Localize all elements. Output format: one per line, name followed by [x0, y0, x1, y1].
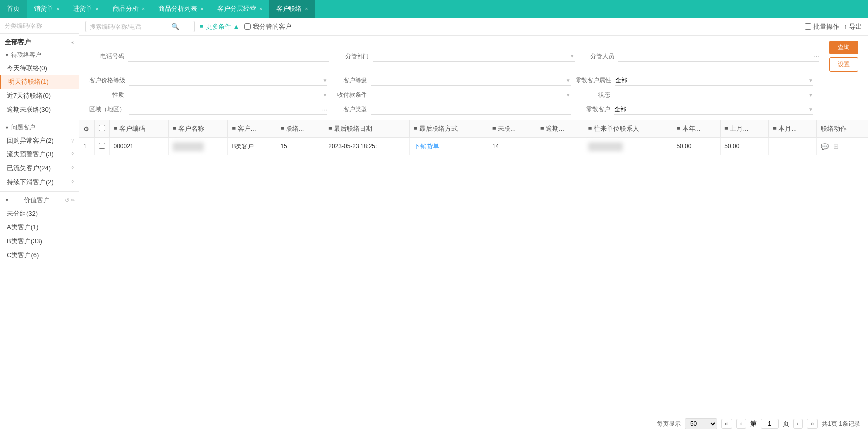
comment-icon[interactable]: 💬: [821, 143, 829, 150]
sidebar-item-overdue[interactable]: 逾期未联络(30): [0, 103, 79, 117]
filter-ctype-label: 客户类型: [332, 105, 367, 114]
cell-code: 000021: [109, 138, 168, 155]
settings-icon[interactable]: ⚙: [83, 125, 89, 133]
chevron-down-icon[interactable]: ▼: [322, 78, 327, 83]
filter-ctype-input[interactable]: [371, 104, 570, 115]
search-box: 🔍: [85, 21, 195, 32]
close-icon[interactable]: ×: [142, 6, 145, 12]
row-checkbox[interactable]: [99, 143, 105, 149]
last-method-link[interactable]: 下销货单: [414, 143, 439, 150]
filter-nature: 性质 ▼: [89, 90, 327, 100]
sidebar-item-7days[interactable]: 近7天待联络(0): [0, 89, 79, 103]
filter-level-label: 客户等级: [332, 76, 367, 85]
filter-retail2-input[interactable]: [614, 104, 808, 114]
prev-page-button[interactable]: ‹: [736, 419, 746, 429]
filter-dept-label: 分管部门: [334, 52, 369, 61]
chevron-down-icon[interactable]: ▼: [808, 107, 813, 112]
filter-region-input-wrap: ···: [129, 104, 327, 115]
filter-status-input[interactable]: [614, 90, 808, 100]
col-settings: ⚙: [79, 120, 94, 138]
sidebar-item-class-a[interactable]: A类客户(1): [0, 220, 79, 234]
export-button[interactable]: ↑ 导出: [844, 22, 863, 31]
my-customers-checkbox[interactable]: [244, 23, 251, 30]
advanced-filter-panel: 电话号码 分管部门 ▼ 分管人员 ···: [79, 36, 868, 120]
page-number-input[interactable]: [761, 419, 779, 429]
sidebar-item-tomorrow[interactable]: 明天待联络(1): [0, 75, 79, 89]
close-icon[interactable]: ×: [56, 6, 59, 12]
search-input[interactable]: [90, 23, 169, 30]
chevron-down-icon[interactable]: ▼: [322, 92, 327, 98]
filter-price-input[interactable]: [129, 75, 322, 85]
cell-overdue: [536, 138, 584, 155]
filter-nature-input[interactable]: [128, 90, 322, 100]
filter-retail-input[interactable]: [615, 75, 808, 85]
sidebar-item-churn-risk[interactable]: 流失预警客户(3) ?: [0, 147, 79, 161]
col-this-year: ≡ 本年...: [672, 120, 721, 138]
filter-manager: 分管人员 ···: [579, 51, 819, 62]
help-icon[interactable]: ?: [71, 138, 74, 144]
cell-contacts: 15: [276, 138, 324, 155]
close-icon[interactable]: ×: [200, 6, 203, 12]
close-icon[interactable]: ×: [259, 6, 262, 12]
sidebar-item-ungrouped[interactable]: 未分组(32): [0, 207, 79, 220]
filter-phone: 电话号码: [89, 51, 329, 62]
nav-sales-order[interactable]: 销货单 ×: [27, 0, 66, 18]
top-nav: 首页 销货单 × 进货单 × 商品分析 × 商品分析列表 × 客户分层经营 × …: [0, 0, 868, 18]
sidebar-item-class-b[interactable]: B类客户(33): [0, 234, 79, 248]
page-size-select[interactable]: 20 50 100: [685, 418, 717, 429]
filter-phone-input[interactable]: [128, 51, 329, 62]
filter-nature-label: 性质: [89, 91, 124, 99]
next-page-button[interactable]: ›: [793, 419, 803, 429]
chevron-down-icon[interactable]: ▼: [570, 53, 575, 59]
sidebar: 🔍 全部客户 « 待联络客户 今天待联络(0) 明天待联络(1) 近7天待联络(…: [0, 18, 79, 432]
filter-dept-input[interactable]: [373, 51, 569, 61]
query-button[interactable]: 查询: [829, 41, 858, 54]
chevron-down-icon[interactable]: ▼: [566, 78, 571, 83]
select-all-checkbox[interactable]: [99, 125, 105, 131]
help-icon[interactable]: ?: [71, 165, 74, 171]
more-options-icon[interactable]: ···: [814, 52, 819, 60]
sidebar-item-churned[interactable]: 已流失客户(24) ?: [0, 161, 79, 175]
nav-product-analysis-list[interactable]: 商品分析列表 ×: [151, 0, 210, 18]
nav-customer-contact[interactable]: 客户联络 ×: [269, 0, 315, 18]
settings-button[interactable]: 设置: [829, 57, 858, 72]
col-checkbox: [94, 120, 109, 138]
close-icon[interactable]: ×: [95, 6, 98, 12]
chevron-down-icon[interactable]: ▼: [808, 78, 813, 83]
filter-manager-input[interactable]: [618, 51, 812, 61]
batch-op-checkbox[interactable]: [805, 23, 811, 30]
chevron-down-icon[interactable]: ▼: [566, 92, 571, 98]
more-filter-button[interactable]: ≡ 更多条件 ▲: [200, 22, 239, 31]
table-header-row: ⚙ ≡ 客户编码 ≡ 客户名称 ≡ 客户...: [79, 120, 868, 138]
nav-purchase-order[interactable]: 进货单 ×: [66, 0, 105, 18]
more-options-icon[interactable]: ···: [322, 106, 327, 113]
help-icon[interactable]: ?: [71, 179, 74, 185]
sidebar-search-input[interactable]: [5, 22, 79, 29]
batch-op-button[interactable]: 批量操作: [805, 22, 839, 31]
last-page-button[interactable]: »: [807, 419, 818, 429]
search-button[interactable]: 🔍: [171, 23, 179, 30]
sidebar-item-class-c[interactable]: C类客户(6): [0, 248, 79, 262]
first-page-button[interactable]: «: [721, 419, 732, 429]
filter-level-input[interactable]: [371, 75, 565, 85]
help-icon[interactable]: ?: [71, 151, 74, 157]
filter-payment-input[interactable]: [371, 90, 565, 100]
filter-level-select-wrap: ▼: [371, 75, 570, 86]
table-container: ⚙ ≡ 客户编码 ≡ 客户名称 ≡ 客户...: [79, 120, 868, 415]
grid-icon[interactable]: ⊞: [833, 143, 839, 150]
filter-region-input[interactable]: [129, 104, 320, 114]
sidebar-item-declining[interactable]: 持续下滑客户(2) ?: [0, 175, 79, 189]
filter-row-1: 电话号码 分管部门 ▼ 分管人员 ···: [89, 41, 858, 72]
chevron-down-icon[interactable]: ▼: [808, 92, 813, 98]
col-unit-contact: ≡ 往来单位联系人: [584, 120, 672, 138]
filter-row-4: 区域（地区） ··· 客户类型 零散客户 ▼: [89, 104, 858, 115]
filter-phone-label: 电话号码: [89, 52, 124, 61]
group-label-pending: 待联络客户: [0, 49, 79, 61]
nav-home[interactable]: 首页: [0, 0, 27, 18]
close-icon[interactable]: ×: [305, 6, 308, 12]
nav-product-analysis[interactable]: 商品分析 ×: [106, 0, 151, 18]
all-customers-title[interactable]: 全部客户 «: [0, 34, 79, 49]
sidebar-item-abnormal[interactable]: 回购异常客户(2) ?: [0, 134, 79, 147]
sidebar-item-today[interactable]: 今天待联络(0): [0, 61, 79, 75]
nav-customer-tier[interactable]: 客户分层经营 ×: [211, 0, 269, 18]
